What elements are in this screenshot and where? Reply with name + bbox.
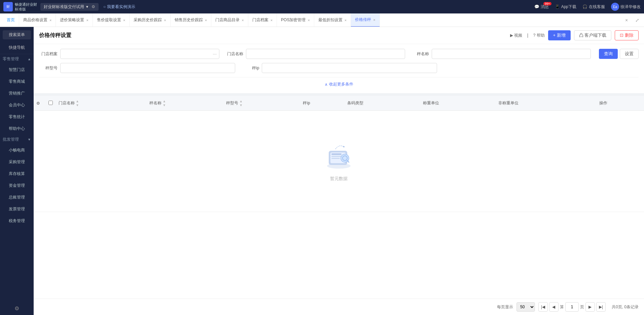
settings-filter-button[interactable]: 设置 — [620, 49, 639, 59]
pagination-info: 共0页, 0条记录 — [612, 304, 639, 310]
demo-link[interactable]: ○ 我要看实例演示 — [103, 4, 135, 10]
close-tab-button[interactable]: × — [622, 16, 631, 24]
next-page-button[interactable]: ▶ — [585, 302, 595, 312]
first-page-button[interactable]: |◀ — [538, 302, 548, 312]
scale-model-input[interactable] — [60, 63, 235, 73]
message-badge: 99+ — [543, 2, 551, 5]
online-service-button[interactable]: 🎧 在线客服 — [582, 4, 605, 10]
select-all-checkbox[interactable] — [48, 101, 53, 105]
sidebar-item-purchase[interactable]: 采购管理 — [0, 156, 34, 168]
table-col-non-weight-unit: 非称重单位 — [496, 96, 597, 111]
store-archive-label: 门店档案 — [39, 51, 58, 57]
table-col-barcode-type: 条码类型 — [345, 96, 420, 111]
per-page-label: 每页显示 — [497, 304, 513, 310]
query-button[interactable]: 查询 — [599, 49, 618, 59]
close-icon[interactable]: × — [86, 18, 88, 22]
sidebar-item-ecommerce[interactable]: 小畅电商 — [0, 144, 34, 156]
table-col-checkbox — [46, 96, 56, 111]
video-link[interactable]: ▶ 视频 — [510, 33, 522, 38]
close-icon[interactable]: × — [164, 18, 166, 22]
sidebar-section-retail[interactable]: 零售管理 ▲ — [0, 54, 34, 64]
svg-point-9 — [343, 146, 345, 147]
sidebar-item-marketing[interactable]: 营销推广 — [0, 88, 34, 99]
more-icon[interactable]: ··· — [213, 51, 217, 57]
sidebar-item-member[interactable]: 会员中心 — [0, 99, 34, 111]
settings-icon[interactable]: ⚙ — [36, 101, 40, 106]
close-icon[interactable]: × — [205, 18, 207, 22]
version-selector[interactable]: 好业财标准版交付试用 ▾ ⚙ — [40, 3, 99, 11]
sidebar-search[interactable]: 搜索菜单 — [0, 27, 34, 41]
app-download-button[interactable]: 📱 App下载 — [555, 4, 576, 10]
search-menu-button[interactable]: 搜索菜单 — [3, 30, 31, 39]
svg-rect-5 — [331, 158, 340, 159]
tab-price-settings[interactable]: 商品价格设置 × — [19, 13, 56, 27]
page-title: 价格传秤设置 — [39, 32, 71, 39]
tab-purchase-strategy[interactable]: 进价策略设置 × — [56, 13, 93, 27]
settings-icon[interactable]: ⚙ — [92, 4, 95, 9]
empty-illustration — [322, 141, 356, 171]
sort-icon: ▲▼ — [239, 99, 243, 107]
user-menu[interactable]: Ea 徐泽华修改 — [611, 3, 641, 11]
collapse-filter-button[interactable]: ∧ 收起更多条件 — [39, 80, 639, 89]
filter-scale-ip: 秤ip — [241, 63, 437, 73]
filter-area: 门店档案 ··· 门店名称 秤名称 查询 设置 — [34, 44, 644, 93]
per-page-select[interactable]: 10 20 50 100 — [516, 302, 535, 312]
close-icon[interactable]: × — [308, 18, 310, 22]
message-button[interactable]: 💬 消息 99+ — [534, 4, 549, 10]
tab-store-catalog[interactable]: 门店商品目录 × — [211, 13, 248, 27]
tab-price-scale[interactable]: 价格传秤 × — [351, 13, 380, 27]
tab-sales-history[interactable]: 销售历史价跟踪 × — [171, 13, 211, 27]
sidebar-item-inventory[interactable]: 库存核算 — [0, 168, 34, 180]
tab-min-discount[interactable]: 最低折扣设置 × — [314, 13, 351, 27]
chevron-down-icon: ▼ — [28, 138, 31, 141]
empty-state: 暂元数据 — [36, 114, 641, 209]
tab-store-archive[interactable]: 门店档案 × — [248, 13, 277, 27]
sidebar-section-wholesale[interactable]: 批发管理 ▼ — [0, 135, 34, 144]
play-icon: ▶ — [510, 33, 513, 38]
store-name-input[interactable] — [246, 49, 405, 59]
tab-home[interactable]: 首页 — [3, 13, 19, 27]
add-button[interactable]: + 新增 — [548, 30, 571, 40]
store-archive-input[interactable] — [60, 49, 219, 59]
header-actions: ▶ 视频 ｜ ? 帮助 + 新增 凸 客户端下载 ⊡ 删除 — [510, 30, 639, 40]
sidebar-item-quick-nav[interactable]: 快捷导航 — [0, 41, 34, 54]
last-page-button[interactable]: ▶| — [596, 302, 606, 312]
table-col-weight-unit: 称重单位 — [420, 96, 496, 111]
sidebar-settings-button[interactable]: ⚙ — [0, 302, 34, 315]
table-col-scale-model: 秤型号 ▲▼ — [223, 96, 300, 111]
close-icon[interactable]: × — [123, 18, 125, 22]
sidebar-item-help[interactable]: 帮助中心 — [0, 123, 34, 135]
sidebar-item-finance[interactable]: 资金管理 — [0, 180, 34, 191]
sidebar-item-tax[interactable]: 税务管理 — [0, 215, 34, 227]
content-area: 价格传秤设置 ▶ 视频 ｜ ? 帮助 + 新增 凸 客户端下载 ⊡ 删除 — [34, 27, 644, 315]
scale-name-label: 秤名称 — [410, 51, 429, 57]
filter-store-archive: 门店档案 ··· — [39, 49, 219, 59]
expand-tab-button[interactable]: ⤢ — [633, 16, 641, 24]
sidebar-item-invoice[interactable]: 发票管理 — [0, 203, 34, 215]
sort-icon: ▲▼ — [76, 99, 79, 107]
close-icon[interactable]: × — [242, 18, 244, 22]
page-nav: |◀ ◀ 算 页 ▶ ▶| — [538, 302, 606, 312]
sidebar-item-accounting[interactable]: 总账管理 — [0, 191, 34, 203]
sidebar-item-smart-store[interactable]: 智慧门店 — [0, 64, 34, 76]
close-icon[interactable]: × — [345, 18, 347, 22]
logo: 财 畅捷通好业财 标准版 — [3, 2, 37, 12]
scale-ip-label: 秤ip — [241, 65, 259, 71]
sidebar-item-retail-mall[interactable]: 零售商城 — [0, 76, 34, 88]
tab-pos[interactable]: POS加密管理 × — [277, 13, 314, 27]
sidebar-item-retail-stats[interactable]: 零售统计 — [0, 111, 34, 123]
close-icon[interactable]: × — [271, 18, 273, 22]
help-link[interactable]: ? 帮助 — [533, 33, 545, 38]
empty-state-row: 暂元数据 — [34, 111, 644, 212]
tab-sale-price[interactable]: 售价提取设置 × — [93, 13, 130, 27]
download-button[interactable]: 凸 客户端下载 — [574, 30, 612, 40]
delete-button[interactable]: ⊡ 删除 — [615, 30, 639, 40]
page-number-input[interactable] — [565, 302, 579, 312]
tab-purchase-history[interactable]: 采购历史价跟踪 × — [130, 13, 170, 27]
close-icon[interactable]: × — [373, 18, 375, 22]
scale-name-input[interactable] — [432, 49, 591, 59]
close-icon[interactable]: × — [49, 18, 51, 22]
scale-ip-input[interactable] — [262, 63, 437, 73]
prev-page-button[interactable]: ◀ — [549, 302, 559, 312]
top-bar: 财 畅捷通好业财 标准版 好业财标准版交付试用 ▾ ⚙ ○ 我要看实例演示 💬 … — [0, 0, 644, 13]
